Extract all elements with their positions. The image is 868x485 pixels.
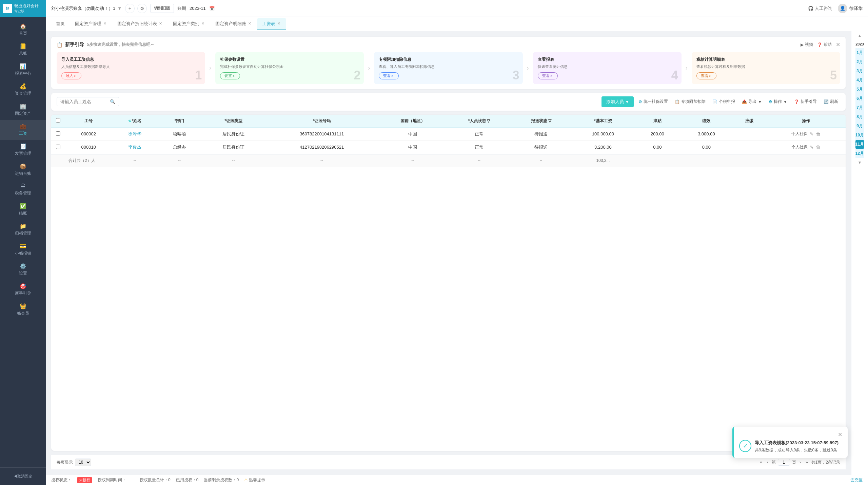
step-btn-1[interactable]: 导入＞: [61, 72, 81, 79]
row-checkbox[interactable]: [56, 131, 60, 136]
sidebar-item-expense[interactable]: 💳小畅报销: [0, 240, 46, 260]
calendar-month-5月[interactable]: 5月: [855, 85, 864, 94]
calendar-month-12月[interactable]: 12月: [855, 149, 864, 158]
sidebar-item-guide[interactable]: 🎯新手引导: [0, 280, 46, 300]
sidebar-item-invoice[interactable]: 🧾发票管理: [0, 140, 46, 160]
special-deduction-btn[interactable]: 📋 专项附加扣除: [673, 97, 708, 106]
operation-btn[interactable]: ⚙ 操作 ▼: [767, 97, 789, 106]
row-checkbox[interactable]: [56, 145, 60, 149]
first-page-btn[interactable]: «: [758, 459, 764, 465]
tax-report-btn[interactable]: 📄 个税申报: [710, 97, 737, 106]
recharge-link[interactable]: 去充值: [850, 477, 863, 483]
calendar-icon[interactable]: 📅: [209, 6, 215, 11]
version-switch-btn[interactable]: 切到旧版: [150, 4, 174, 13]
tab-close-icon[interactable]: ✕: [103, 21, 107, 26]
tab-首页[interactable]: 首页: [51, 18, 70, 30]
sidebar-item-report[interactable]: 📊报表中心: [0, 60, 46, 80]
sidebar-item-settings[interactable]: ⚙️设置: [0, 260, 46, 280]
step-btn-5[interactable]: 查看＞: [696, 72, 716, 79]
sidebar-nav: 🏠首页📒总账📊报表中心💰资金管理🏢固定资产💼工资🧾发票管理📦进销台账🏛税务管理✅…: [0, 17, 46, 467]
export-icon: 📤: [742, 99, 747, 104]
sidebar-item-payroll[interactable]: 💼工资: [0, 120, 46, 140]
newbie-guide-btn[interactable]: ❓ 新手引导: [792, 97, 819, 106]
video-link[interactable]: ▶ 视频: [801, 42, 813, 48]
last-page-btn[interactable]: »: [804, 459, 809, 465]
sidebar-item-archive[interactable]: 📁归档管理: [0, 220, 46, 240]
calendar-month-9月[interactable]: 9月: [855, 122, 864, 131]
tab-固定资产折旧统计表[interactable]: 固定资产折旧统计表✕: [113, 18, 167, 30]
used-quota-label: 已用授权：0: [176, 477, 199, 483]
tab-工资表[interactable]: 工资表✕: [257, 18, 286, 30]
summary-perf: [680, 154, 733, 167]
calendar-month-10月[interactable]: 10月: [855, 131, 864, 140]
tab-固定资产明细账[interactable]: 固定资产明细账✕: [211, 18, 257, 30]
sidebar-item-close[interactable]: ✅结账: [0, 200, 46, 220]
prev-page-btn[interactable]: ‹: [766, 459, 770, 465]
sidebar-item-cash[interactable]: 💰资金管理: [0, 80, 46, 100]
row-social-insurance-link[interactable]: 个人社保: [791, 144, 808, 150]
tab-close-icon[interactable]: ✕: [158, 21, 163, 26]
sidebar-item-fixed[interactable]: 🏢固定资产: [0, 100, 46, 120]
logo-name: 畅捷通好会计: [14, 3, 39, 9]
notification-close-btn[interactable]: ✕: [838, 431, 842, 438]
tab-close-icon[interactable]: ✕: [277, 21, 281, 26]
sidebar-item-tax[interactable]: 🏛税务管理: [0, 180, 46, 200]
checkmark-icon: ✓: [743, 442, 748, 450]
export-btn[interactable]: 📤 导出 ▼: [740, 97, 764, 106]
social-insurance-label: 统一社保设置: [644, 99, 668, 105]
page-input[interactable]: [778, 459, 790, 466]
tab-close-icon[interactable]: ✕: [201, 21, 205, 26]
row-delete-icon[interactable]: 🗑: [816, 131, 821, 137]
sort-icon[interactable]: ⇅: [128, 119, 131, 123]
cal-up-btn[interactable]: ▲: [857, 33, 863, 39]
sidebar-item-home[interactable]: 🏠首页: [0, 20, 46, 40]
refresh-btn[interactable]: 🔄 刷新: [822, 97, 840, 106]
sidebar-item-stock[interactable]: 📦进销台账: [0, 160, 46, 180]
step-btn-3[interactable]: 查看＞: [379, 72, 399, 79]
calendar-month-8月[interactable]: 8月: [855, 112, 864, 122]
row-delete-icon[interactable]: 🗑: [816, 145, 821, 150]
report-filter-icon[interactable]: ▽: [548, 118, 551, 123]
select-all-checkbox[interactable]: [56, 118, 60, 123]
tab-close-icon[interactable]: ✕: [248, 21, 252, 26]
cal-down-btn[interactable]: ▼: [857, 160, 863, 166]
search-input[interactable]: [60, 99, 108, 104]
next-page-btn[interactable]: ›: [798, 459, 802, 465]
search-icon[interactable]: 🔍: [110, 99, 115, 104]
sidebar-item-ledger[interactable]: 📒总账: [0, 40, 46, 60]
employee-name-link[interactable]: 徐泽华: [128, 131, 141, 136]
add-person-btn[interactable]: 添加人员 ▼: [601, 96, 634, 107]
calendar-month-2月[interactable]: 2月: [855, 57, 864, 67]
settings-btn[interactable]: ⚙: [137, 4, 147, 13]
status-filter-icon[interactable]: ▽: [487, 118, 490, 123]
user-info[interactable]: 👤 徐泽华: [838, 4, 863, 13]
calendar-month-6月[interactable]: 6月: [855, 94, 864, 103]
calendar-month-11月[interactable]: 11月: [855, 140, 864, 149]
sidebar-item-member[interactable]: 👑畅会员: [0, 300, 46, 320]
step-btn-2[interactable]: 设置＞: [220, 72, 240, 79]
per-page-select[interactable]: 10 20 50: [75, 459, 91, 466]
tab-固定资产管理[interactable]: 固定资产管理✕: [70, 18, 112, 30]
row-social-insurance-link[interactable]: 个人社保: [791, 131, 808, 137]
row-edit-icon[interactable]: ✎: [810, 131, 814, 137]
calendar-month-3月[interactable]: 3月: [855, 67, 864, 76]
calendar-month-1月[interactable]: 1月: [855, 48, 864, 57]
calendar-month-7月[interactable]: 7月: [855, 103, 864, 112]
service-btn[interactable]: 🎧 人工咨询: [808, 5, 832, 12]
guide-close-btn[interactable]: ✕: [836, 41, 840, 48]
social-insurance-btn[interactable]: ⚙ 统一社保设置: [636, 97, 670, 106]
refresh-icon: 🔄: [824, 99, 829, 104]
account-selector[interactable]: 刘小艳演示账套（勿删勿动！）1 ▼: [51, 5, 122, 12]
tab-固定资产类别[interactable]: 固定资产类别✕: [168, 18, 210, 30]
step-btn-4[interactable]: 查看＞: [538, 72, 558, 79]
summary-col3: --: [201, 154, 265, 167]
cancel-fixed-btn[interactable]: ◀取消固定: [0, 471, 46, 482]
calendar-month-4月[interactable]: 4月: [855, 76, 864, 85]
service-label: 人工咨询: [815, 5, 832, 12]
add-account-btn[interactable]: ＋: [125, 4, 135, 13]
step-arrow-3: ›: [523, 52, 533, 84]
col-id-type: *证照类型: [201, 115, 265, 128]
help-link[interactable]: ❓ 帮助: [817, 42, 832, 48]
employee-name-link[interactable]: 李俊杰: [128, 145, 141, 150]
row-edit-icon[interactable]: ✎: [810, 145, 814, 150]
